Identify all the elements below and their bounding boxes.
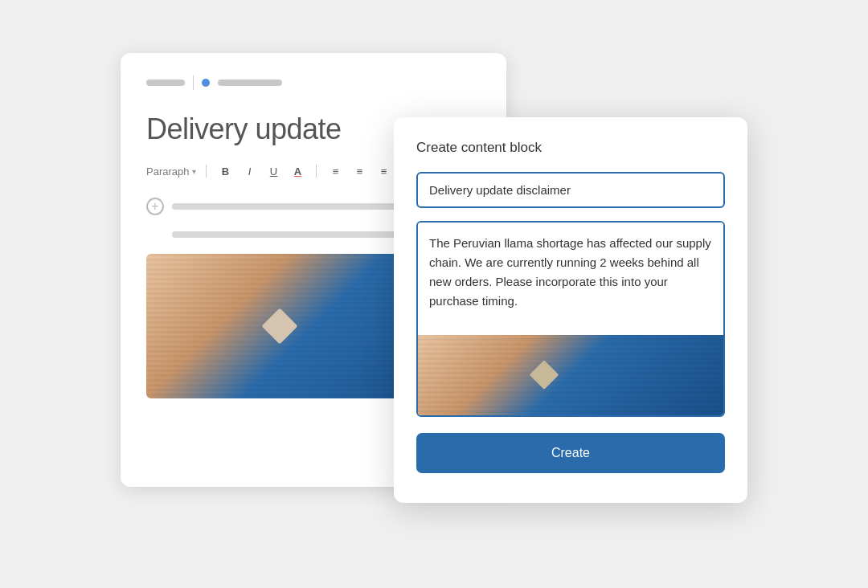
- add-block-icon[interactable]: +: [146, 198, 164, 215]
- dialog-card: Create content block Create: [394, 117, 747, 503]
- italic-button[interactable]: I: [240, 162, 258, 180]
- content-block-name-input[interactable]: [416, 172, 725, 208]
- dialog-preview-image: [418, 335, 723, 415]
- color-button[interactable]: A: [289, 162, 306, 180]
- content-textarea[interactable]: [418, 223, 723, 335]
- editor-top-bar: [146, 76, 481, 90]
- paragraph-chevron-icon: ▾: [192, 167, 196, 176]
- create-button[interactable]: Create: [416, 433, 725, 473]
- toolbar-divider-1: [206, 165, 207, 178]
- paragraph-selector[interactable]: Pararaph ▾: [146, 165, 196, 178]
- tab-pill-1: [146, 80, 185, 86]
- top-divider: [193, 76, 194, 90]
- align-left-button[interactable]: ≡: [326, 162, 344, 180]
- dialog-sweater-bg: [418, 335, 723, 415]
- align-center-button[interactable]: ≡: [350, 162, 368, 180]
- dialog-diamond-icon: [530, 360, 559, 390]
- dialog-title: Create content block: [416, 140, 725, 156]
- tab-dot-active: [202, 79, 210, 87]
- bold-button[interactable]: B: [216, 162, 234, 180]
- paragraph-label: Pararaph: [146, 165, 189, 178]
- underline-button[interactable]: U: [264, 162, 282, 180]
- content-preview-box: [416, 221, 725, 417]
- text-line-3: [172, 231, 406, 238]
- toolbar-divider-2: [316, 165, 317, 178]
- main-scene: Delivery update Pararaph ▾ B I U A ≡ ≡ ≡…: [121, 53, 747, 535]
- tab-pill-2: [218, 80, 282, 86]
- sweater-diamond-icon: [262, 308, 298, 344]
- align-right-button[interactable]: ≡: [375, 162, 392, 180]
